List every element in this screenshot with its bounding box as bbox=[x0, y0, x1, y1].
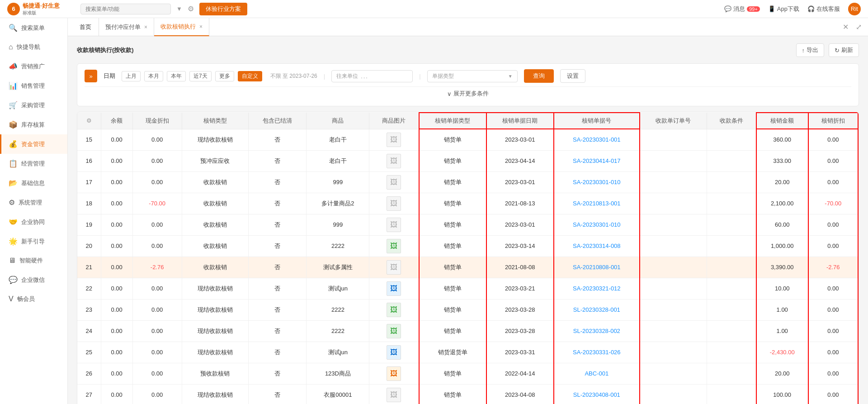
sidebar-item-sales[interactable]: 📊 销售管理 bbox=[0, 76, 67, 95]
sidebar-item-purchase[interactable]: 🛒 采购管理 bbox=[0, 95, 67, 115]
sidebar-item-wechat[interactable]: 💬 企业微信 bbox=[0, 270, 67, 290]
search-input[interactable] bbox=[80, 4, 171, 14]
online-service-btn[interactable]: 🎧 在线客服 bbox=[807, 5, 840, 13]
verify-no-link[interactable]: ABC-001 bbox=[585, 370, 609, 377]
sidebar-item-member[interactable]: V 畅会员 bbox=[0, 290, 67, 309]
date-this-month-btn[interactable]: 本月 bbox=[144, 71, 163, 81]
cell-cash-discount: -70.00 bbox=[132, 193, 182, 214]
verify-no-link[interactable]: SA-20230414-017 bbox=[573, 157, 621, 164]
cell-goods-img: 🖼 bbox=[369, 342, 419, 363]
cell-verify-no[interactable]: SA-20230414-017 bbox=[554, 150, 640, 171]
cell-discount: 0.00 bbox=[808, 342, 858, 363]
app-download-btn[interactable]: 📱 App下载 bbox=[768, 5, 799, 13]
order-type-label: 单据类型 bbox=[432, 72, 506, 80]
cell-verify-no[interactable]: ABC-001 bbox=[554, 363, 640, 384]
verify-no-link[interactable]: SL-20230408-001 bbox=[573, 391, 620, 398]
close-window-icon[interactable]: ✕ bbox=[841, 23, 850, 31]
maximize-icon[interactable]: ⤢ bbox=[854, 23, 863, 31]
sidebar-item-label: 营销推广 bbox=[21, 62, 45, 71]
tab-close-icon-2[interactable]: × bbox=[199, 24, 203, 30]
cell-verify-no[interactable]: SA-20230301-010 bbox=[554, 171, 640, 193]
cell-cash-discount: 0.00 bbox=[132, 342, 182, 363]
sidebar-item-newbie[interactable]: 🌟 新手引导 bbox=[0, 232, 67, 251]
cell-goods-img: 🖼 bbox=[369, 171, 419, 193]
cell-condition bbox=[707, 235, 756, 257]
verify-no-link[interactable]: SA-20230301-010 bbox=[573, 221, 621, 228]
sidebar-item-basic[interactable]: 📂 基础信息 bbox=[0, 173, 67, 193]
order-type-select[interactable]: 单据类型 ▼ bbox=[427, 70, 518, 82]
verify-no-link[interactable]: SA-20230331-026 bbox=[573, 349, 621, 356]
sidebar-item-quick-nav[interactable]: ⌂ 快捷导航 bbox=[0, 38, 67, 57]
gear-icon[interactable]: ⚙ bbox=[188, 5, 194, 13]
tab-verify[interactable]: 收款核销执行 × bbox=[154, 18, 209, 36]
verify-no-link[interactable]: SA-20230321-012 bbox=[573, 285, 621, 292]
cell-verify-type: 销货单 bbox=[419, 171, 486, 193]
export-btn[interactable]: ↑ 导出 bbox=[796, 43, 825, 57]
cell-verify-no[interactable]: SA-20230331-026 bbox=[554, 342, 640, 363]
cell-verify-no[interactable]: SL-20230408-001 bbox=[554, 384, 640, 404]
verify-no-link[interactable]: SA-20230301-001 bbox=[573, 136, 621, 143]
cell-settled: 否 bbox=[249, 342, 307, 363]
cell-type: 收款核销 bbox=[182, 193, 249, 214]
refresh-btn[interactable]: ↻ 刷新 bbox=[829, 43, 859, 57]
date-last-month-btn[interactable]: 上月 bbox=[122, 71, 141, 81]
sidebar-item-marketing[interactable]: 📣 营销推广 bbox=[0, 57, 67, 76]
date-more-btn[interactable]: 更多 bbox=[215, 71, 234, 81]
verify-no-link[interactable]: SL-20230328-002 bbox=[573, 328, 620, 334]
cell-cash-discount: -2.76 bbox=[132, 257, 182, 278]
sidebar-item-enterprise[interactable]: 🤝 企业协同 bbox=[0, 212, 67, 232]
cell-no: 16 bbox=[77, 150, 101, 171]
sidebar-item-hardware[interactable]: 🖥 智能硬件 bbox=[0, 251, 67, 270]
filter-expand-btn[interactable]: » bbox=[85, 70, 97, 82]
setting-btn[interactable]: 设置 bbox=[560, 69, 585, 83]
sidebar-item-finance[interactable]: 💰 资金管理 bbox=[0, 134, 67, 154]
date-custom-btn[interactable]: 自定义 bbox=[238, 71, 262, 81]
cell-verify-no[interactable]: SA-20210813-001 bbox=[554, 193, 640, 214]
cell-verify-no[interactable]: SA-20230314-008 bbox=[554, 235, 640, 257]
cell-verify-no[interactable]: SL-20230328-002 bbox=[554, 320, 640, 342]
goods-image: 🖼 bbox=[387, 154, 401, 168]
sidebar-item-label: 资金管理 bbox=[21, 140, 45, 148]
date-7days-btn[interactable]: 近7天 bbox=[189, 71, 212, 81]
settings-icon[interactable]: ⚙ bbox=[86, 117, 92, 124]
expand-more-btn[interactable]: ∨ 展开更多条件 bbox=[85, 86, 851, 100]
verify-no-link[interactable]: SL-20230328-001 bbox=[573, 306, 620, 313]
cell-verify-no[interactable]: SA-20230301-001 bbox=[554, 129, 640, 150]
cell-type: 收款核销 bbox=[182, 235, 249, 257]
cell-verify-no[interactable]: SL-20230328-001 bbox=[554, 299, 640, 320]
cell-settled: 否 bbox=[249, 171, 307, 193]
verify-no-link[interactable]: SA-20210813-001 bbox=[573, 200, 621, 207]
verify-no-link[interactable]: SA-20230314-008 bbox=[573, 242, 621, 249]
cell-discount: 0.00 bbox=[808, 320, 858, 342]
cell-verify-no[interactable]: SA-20230321-012 bbox=[554, 278, 640, 299]
cell-amount: 20.00 bbox=[756, 363, 808, 384]
cell-discount: 0.00 bbox=[808, 214, 858, 235]
sidebar-item-operations[interactable]: 📋 经营管理 bbox=[0, 154, 67, 173]
search-btn[interactable]: 查询 bbox=[524, 69, 554, 83]
cell-amount: 333.00 bbox=[756, 150, 808, 171]
tab-close-icon[interactable]: × bbox=[144, 24, 147, 30]
verify-no-link[interactable]: SA-20230301-010 bbox=[573, 179, 621, 185]
from-unit-field[interactable]: 往来单位 ... bbox=[331, 70, 413, 82]
tab-prepaid[interactable]: 预付冲应付单 × bbox=[99, 18, 154, 36]
goods-image: 🖼 bbox=[387, 324, 401, 338]
sidebar-item-system[interactable]: ⚙ 系统管理 bbox=[0, 193, 67, 212]
verify-no-link[interactable]: SA-20210808-001 bbox=[573, 264, 621, 271]
cell-type: 现结收款核销 bbox=[182, 320, 249, 342]
message-btn[interactable]: 💬 消息 99+ bbox=[724, 5, 760, 13]
industry-btn[interactable]: 休验行业方案 bbox=[199, 3, 247, 15]
sidebar-item-search[interactable]: 🔍 搜索菜单 bbox=[0, 18, 67, 38]
cell-discount: 0.00 bbox=[808, 150, 858, 171]
sidebar-item-inventory[interactable]: 📦 库存核算 bbox=[0, 115, 67, 134]
cell-settled: 否 bbox=[249, 235, 307, 257]
cell-goods: 999 bbox=[307, 214, 369, 235]
date-this-year-btn[interactable]: 本年 bbox=[167, 71, 186, 81]
cell-order-no bbox=[640, 257, 707, 278]
avatar[interactable]: Rit bbox=[848, 3, 861, 15]
cell-verify-no[interactable]: SA-20230301-010 bbox=[554, 214, 640, 235]
chevron-down-icon[interactable]: ▼ bbox=[176, 5, 182, 12]
cell-verify-type: 销货单 bbox=[419, 214, 486, 235]
tab-home[interactable]: 首页 bbox=[72, 18, 99, 36]
cell-verify-no[interactable]: SA-20210808-001 bbox=[554, 257, 640, 278]
th-settings[interactable]: ⚙ bbox=[77, 113, 101, 129]
